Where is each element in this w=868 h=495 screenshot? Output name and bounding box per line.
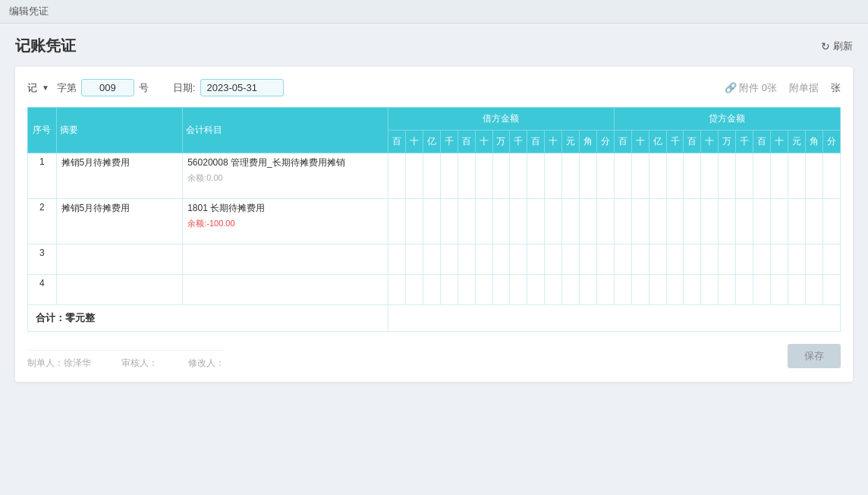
row-credit-digit-3-6[interactable] (719, 275, 736, 305)
row-debit-digit-0-8[interactable] (527, 153, 545, 199)
row-credit-digit-2-5[interactable] (701, 244, 719, 275)
row-credit-digit-3-0[interactable] (614, 275, 631, 305)
row-credit-digit-0-0[interactable] (614, 153, 631, 199)
row-debit-digit-2-2[interactable] (423, 244, 440, 275)
row-debit-digit-0-11[interactable] (580, 153, 597, 199)
row-credit-digit-3-8[interactable] (753, 275, 771, 305)
row-debit-digit-3-3[interactable] (440, 275, 458, 305)
row-summary-0[interactable]: 摊销5月待摊费用 (56, 153, 183, 199)
row-debit-digit-2-3[interactable] (440, 244, 458, 275)
row-credit-digit-1-4[interactable] (684, 199, 701, 244)
row-debit-digit-1-11[interactable] (580, 199, 597, 244)
row-credit-digit-2-2[interactable] (649, 244, 666, 275)
row-debit-digit-2-7[interactable] (510, 244, 527, 275)
row-credit-digit-0-12[interactable] (822, 153, 840, 199)
row-debit-digit-3-11[interactable] (580, 275, 597, 305)
row-account-1[interactable]: 1801 长期待摊费用余额:-100.00 (183, 199, 388, 244)
row-debit-digit-3-5[interactable] (475, 275, 492, 305)
row-debit-digit-3-8[interactable] (527, 275, 545, 305)
row-credit-digit-3-3[interactable] (666, 275, 684, 305)
row-credit-digit-1-1[interactable] (631, 199, 649, 244)
row-debit-digit-3-12[interactable] (596, 275, 614, 305)
row-debit-digit-3-0[interactable] (388, 275, 406, 305)
row-debit-digit-1-2[interactable] (423, 199, 440, 244)
row-debit-digit-0-1[interactable] (405, 153, 423, 199)
row-debit-digit-3-6[interactable] (492, 275, 510, 305)
row-credit-digit-3-2[interactable] (649, 275, 666, 305)
row-credit-digit-3-9[interactable] (771, 275, 788, 305)
row-debit-digit-0-6[interactable] (492, 153, 510, 199)
row-credit-digit-2-9[interactable] (771, 244, 788, 275)
row-credit-digit-2-3[interactable] (666, 244, 684, 275)
row-debit-digit-2-10[interactable] (562, 244, 580, 275)
row-debit-digit-2-0[interactable] (388, 244, 406, 275)
row-debit-digit-1-1[interactable] (405, 199, 423, 244)
row-credit-digit-2-8[interactable] (753, 244, 771, 275)
row-credit-digit-3-12[interactable] (822, 275, 840, 305)
row-debit-digit-1-9[interactable] (545, 199, 562, 244)
refresh-button[interactable]: ↻ 刷新 (821, 39, 853, 53)
row-debit-digit-2-12[interactable] (596, 244, 614, 275)
row-credit-digit-3-10[interactable] (788, 275, 805, 305)
row-debit-digit-2-11[interactable] (580, 244, 597, 275)
row-debit-digit-0-0[interactable] (388, 153, 406, 199)
row-debit-digit-0-10[interactable] (562, 153, 580, 199)
row-credit-digit-0-9[interactable] (771, 153, 788, 199)
row-credit-digit-3-5[interactable] (701, 275, 719, 305)
row-debit-digit-2-1[interactable] (405, 244, 423, 275)
row-account-2[interactable] (183, 244, 388, 275)
row-debit-digit-2-5[interactable] (475, 244, 492, 275)
row-debit-digit-0-9[interactable] (545, 153, 562, 199)
row-credit-digit-3-11[interactable] (805, 275, 822, 305)
row-debit-digit-0-5[interactable] (475, 153, 492, 199)
row-credit-digit-1-2[interactable] (649, 199, 666, 244)
row-debit-digit-1-5[interactable] (475, 199, 492, 244)
row-credit-digit-1-0[interactable] (614, 199, 631, 244)
row-debit-digit-0-2[interactable] (423, 153, 440, 199)
row-debit-digit-3-10[interactable] (562, 275, 580, 305)
row-debit-digit-0-4[interactable] (458, 153, 475, 199)
row-debit-digit-2-9[interactable] (545, 244, 562, 275)
row-credit-digit-3-7[interactable] (736, 275, 753, 305)
row-debit-digit-1-6[interactable] (492, 199, 510, 244)
row-credit-digit-3-4[interactable] (684, 275, 701, 305)
row-credit-digit-0-11[interactable] (805, 153, 822, 199)
row-debit-digit-1-0[interactable] (388, 199, 406, 244)
row-debit-digit-1-8[interactable] (527, 199, 545, 244)
row-credit-digit-2-0[interactable] (614, 244, 631, 275)
row-credit-digit-1-7[interactable] (736, 199, 753, 244)
row-credit-digit-2-4[interactable] (684, 244, 701, 275)
date-input[interactable] (200, 79, 284, 96)
row-credit-digit-2-7[interactable] (736, 244, 753, 275)
row-credit-digit-2-1[interactable] (631, 244, 649, 275)
row-summary-3[interactable] (56, 275, 183, 305)
row-credit-digit-0-1[interactable] (631, 153, 649, 199)
row-summary-2[interactable] (56, 244, 183, 275)
row-debit-digit-1-4[interactable] (458, 199, 475, 244)
row-credit-digit-3-1[interactable] (631, 275, 649, 305)
row-account-3[interactable] (183, 275, 388, 305)
row-debit-digit-1-7[interactable] (510, 199, 527, 244)
row-credit-digit-2-11[interactable] (805, 244, 822, 275)
row-credit-digit-1-3[interactable] (666, 199, 684, 244)
attachment-link[interactable]: 🔗 附件 0张 (725, 81, 777, 95)
row-debit-digit-2-4[interactable] (458, 244, 475, 275)
row-summary-1[interactable]: 摊销5月待摊费用 (56, 199, 183, 244)
save-button[interactable]: 保存 (788, 344, 841, 368)
row-debit-digit-2-6[interactable] (492, 244, 510, 275)
row-credit-digit-2-6[interactable] (719, 244, 736, 275)
row-credit-digit-0-2[interactable] (649, 153, 666, 199)
row-credit-digit-0-6[interactable] (719, 153, 736, 199)
row-credit-digit-0-10[interactable] (788, 153, 805, 199)
row-credit-digit-1-5[interactable] (701, 199, 719, 244)
row-credit-digit-0-5[interactable] (701, 153, 719, 199)
row-debit-digit-3-9[interactable] (545, 275, 562, 305)
row-credit-digit-1-10[interactable] (788, 199, 805, 244)
row-debit-digit-3-7[interactable] (510, 275, 527, 305)
row-credit-digit-1-11[interactable] (805, 199, 822, 244)
row-credit-digit-1-8[interactable] (753, 199, 771, 244)
row-debit-digit-2-8[interactable] (527, 244, 545, 275)
voucher-number-input[interactable] (81, 79, 134, 96)
row-debit-digit-3-4[interactable] (458, 275, 475, 305)
row-debit-digit-3-1[interactable] (405, 275, 423, 305)
